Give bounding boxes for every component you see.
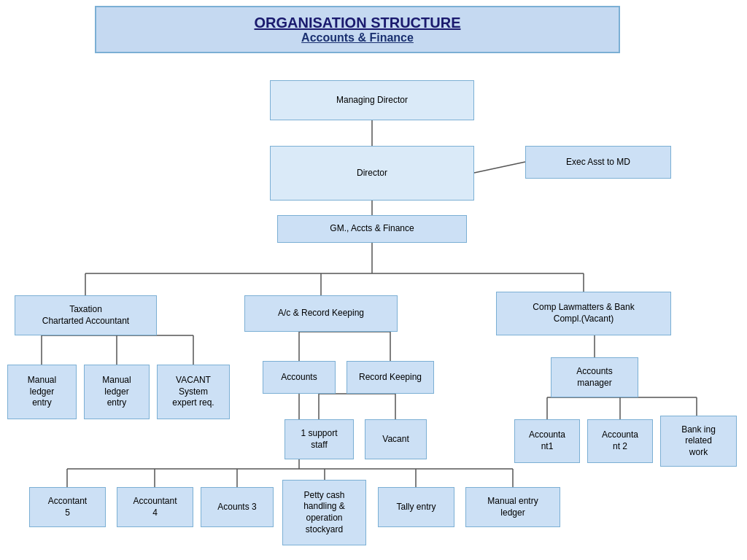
manual-ledger1-label: Manualledgerentry — [28, 375, 56, 409]
accountant1-box: Accountant1 — [514, 419, 580, 463]
taxation-label: TaxationChartarted Accountant — [42, 304, 129, 327]
record-keeping-box: Record Keeping — [347, 361, 434, 394]
accounts3-box: Acounts 3 — [201, 487, 274, 527]
title-box: ORGANISATION STRUCTURE Accounts & Financ… — [95, 6, 620, 53]
svg-line-1 — [474, 162, 525, 173]
vacant-system-label: VACANTSystemexpert req. — [172, 375, 214, 409]
director-label: Director — [357, 168, 387, 179]
banking-box: Bank ingrelatedwork — [660, 416, 737, 467]
tally-label: Tally entry — [396, 502, 436, 513]
support-staff-label: 1 supportstaff — [301, 428, 337, 451]
vacant2-box: Vacant — [365, 419, 427, 459]
comp-law-box: Comp Lawmatters & BankCompl.(Vacant) — [496, 292, 671, 335]
manual-entry-box: Manual entryledger — [465, 487, 560, 527]
support-staff-box: 1 supportstaff — [285, 419, 354, 459]
accountant1-label: Accountant1 — [529, 429, 565, 452]
director-box: Director — [270, 146, 474, 201]
accountant2-box: Accountant 2 — [587, 419, 653, 463]
accontant5-box: Accontant5 — [29, 487, 106, 527]
gm-label: GM., Accts & Finance — [330, 223, 414, 235]
managing-director-label: Managing Director — [336, 95, 408, 106]
org-chart: ORGANISATION STRUCTURE Accounts & Financ… — [0, 0, 747, 560]
accounts-manager-label: Accountsmanager — [576, 366, 612, 389]
record-keeping-label: Record Keeping — [359, 372, 422, 384]
accounts-label: Accounts — [281, 372, 317, 384]
exec-asst-box: Exec Asst to MD — [525, 146, 671, 179]
banking-label: Bank ingrelatedwork — [681, 424, 716, 459]
accounts-box: Accounts — [263, 361, 336, 394]
accounts-manager-box: Accountsmanager — [551, 357, 638, 397]
gm-box: GM., Accts & Finance — [277, 215, 467, 243]
ac-record-label: A/c & Record Keeping — [278, 308, 364, 319]
ac-record-box: A/c & Record Keeping — [244, 295, 398, 332]
vacant-system-box: VACANTSystemexpert req. — [157, 365, 230, 419]
accontant5-label: Accontant5 — [48, 496, 87, 518]
manual-ledger1-box: Manualledgerentry — [7, 365, 77, 419]
vacant2-label: Vacant — [382, 434, 409, 446]
exec-asst-label: Exec Asst to MD — [566, 157, 630, 168]
taxation-box: TaxationChartarted Accountant — [15, 295, 157, 335]
managing-director-box: Managing Director — [270, 80, 474, 120]
accountant2-label: Accountant 2 — [602, 429, 638, 452]
tally-box: Tally entry — [378, 487, 454, 527]
manual-ledger2-box: Manualledgerentry — [84, 365, 150, 419]
manual-ledger2-label: Manualledgerentry — [102, 375, 131, 409]
comp-law-label: Comp Lawmatters & BankCompl.(Vacant) — [533, 302, 634, 324]
accountant4-label: Accountant4 — [133, 496, 177, 518]
accountant4-box: Accountant4 — [117, 487, 193, 527]
accounts3-label: Acounts 3 — [217, 502, 256, 513]
title-sub: Accounts & Finance — [104, 31, 611, 44]
title-main: ORGANISATION STRUCTURE — [104, 15, 611, 31]
manual-entry-label: Manual entryledger — [487, 496, 538, 518]
petty-cash-box: Petty cashhandling &operationstockyard — [282, 480, 366, 545]
petty-cash-label: Petty cashhandling &operationstockyard — [303, 490, 345, 535]
